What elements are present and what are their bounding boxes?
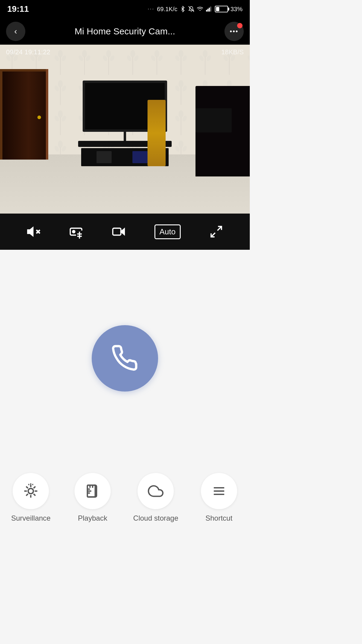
nav-item-surveillance[interactable]: Surveillance [10,473,52,522]
screenshot-button[interactable] [69,225,83,239]
tower-speaker [148,100,166,166]
camera-overlay: 09/24 19:11:22 18KB/S [0,45,250,60]
cloud-icon [148,483,164,499]
record-icon [112,225,125,239]
svg-line-0 [189,6,194,12]
playback-icon-wrap [75,473,111,509]
nav-item-playback[interactable]: Playback [71,473,114,522]
quality-badge: Auto [154,224,181,239]
bluetooth-icon [180,6,186,12]
svg-rect-3 [209,8,210,11]
fullscreen-icon [209,225,223,239]
battery-percent: 33% [230,6,243,13]
bottom-nav: Surveillance Playback [0,467,250,541]
notification-mute-icon [188,6,194,12]
camera-feed: 09/24 19:11:22 18KB/S [0,45,250,214]
nav-label-playback: Playback [78,514,107,522]
tv-neck [124,132,126,141]
playback-icon [85,483,100,499]
nav-item-cloud-storage[interactable]: Cloud storage [133,473,178,522]
svg-point-21 [28,488,33,493]
timestamp: 09/24 19:11:22 [6,48,50,56]
nav-label-shortcut: Shortcut [205,514,232,522]
svg-rect-4 [210,7,211,12]
nav-label-surveillance: Surveillance [11,514,51,522]
battery-indicator [215,6,228,12]
call-icon [111,345,138,372]
room-scene [0,45,250,214]
cloud-icon-wrap [138,473,174,509]
shortcut-icon-wrap [201,473,237,509]
surveillance-icon [23,483,39,499]
page-title: Mi Home Security Cam... [25,26,224,36]
quality-button[interactable]: Auto [154,224,181,239]
back-button[interactable]: ‹ [6,22,25,41]
back-icon: ‹ [14,27,17,36]
mute-icon [27,225,40,239]
status-dots: ··· [148,6,154,12]
svg-marker-10 [27,228,33,236]
more-icon: ••• [230,27,238,35]
fullscreen-button[interactable] [209,225,223,239]
signal-icon [206,6,212,12]
nav-item-shortcut[interactable]: Shortcut [198,473,240,522]
nav-label-cloud-storage: Cloud storage [133,514,178,522]
svg-line-20 [211,233,215,237]
door [2,71,46,160]
shortcut-icon [211,483,227,499]
door-frame [0,69,48,160]
svg-rect-17 [113,228,121,235]
more-button[interactable]: ••• [224,22,244,41]
svg-rect-2 [207,9,208,11]
door-handle [37,116,41,119]
network-speed: 69.1K/c [157,6,177,13]
svg-line-19 [218,227,221,230]
mute-button[interactable] [27,225,40,239]
header: ‹ Mi Home Security Cam... ••• [0,18,250,45]
right-equipment [195,108,232,132]
wifi-icon [197,6,203,12]
call-section [92,250,158,467]
bitrate: 18KB/S [221,48,244,56]
media-device [97,151,112,163]
screenshot-icon [69,225,83,239]
call-button[interactable] [92,325,158,392]
notification-dot [237,23,243,28]
main-content: Surveillance Playback [0,250,250,541]
svg-point-16 [72,230,75,233]
control-bar: Auto [0,214,250,250]
svg-rect-1 [206,10,207,12]
record-button[interactable] [112,225,125,239]
status-time: 19:11 [7,4,29,14]
surveillance-icon-wrap [13,473,49,509]
status-icons: ··· 69.1K/c 33% [148,6,243,13]
status-bar: 19:11 ··· 69.1K/c 3 [0,0,250,18]
